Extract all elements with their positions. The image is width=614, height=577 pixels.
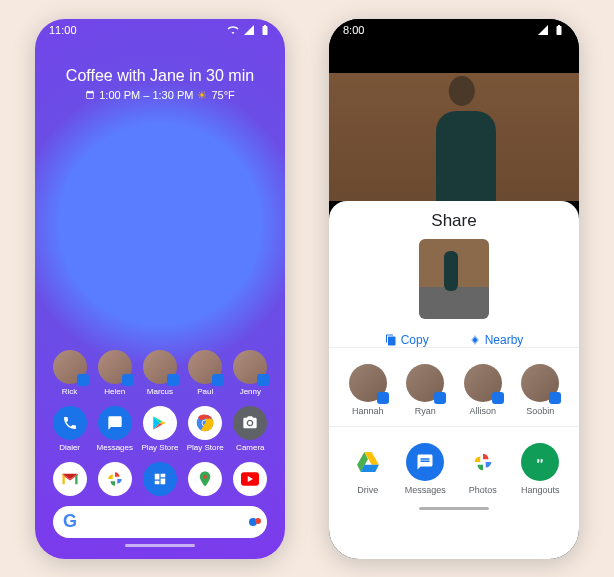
share-app-messages[interactable]: Messages <box>398 443 452 495</box>
status-time: 11:00 <box>49 24 77 36</box>
messages-badge-icon <box>549 392 561 404</box>
weather-icon: ☀ <box>197 89 207 102</box>
nav-handle[interactable] <box>125 544 195 547</box>
contact-helen[interactable]: Helen <box>94 350 136 396</box>
status-icons <box>537 24 565 36</box>
nav-handle[interactable] <box>419 507 489 510</box>
share-sheet: Share Copy Nearby Hannah Ryan Allison So… <box>329 201 579 559</box>
at-a-glance-widget[interactable]: Coffee with Jane in 30 min 1:00 PM – 1:3… <box>35 67 285 102</box>
photos-app[interactable] <box>94 462 136 496</box>
apps-row-1: Dialer Messages Play Store Play Store Ca… <box>47 406 273 452</box>
messages-icon <box>107 415 123 431</box>
maps-icon <box>196 470 214 488</box>
copy-button[interactable]: Copy <box>385 333 429 347</box>
messages-badge-icon <box>434 392 446 404</box>
event-subtitle: 1:00 PM – 1:30 PM ☀ 75°F <box>35 89 285 102</box>
google-logo-icon: G <box>63 511 77 532</box>
messages-badge-icon <box>122 374 134 386</box>
phone-icon <box>62 415 78 431</box>
status-time: 8:00 <box>343 24 364 36</box>
calendar-icon <box>85 90 95 100</box>
share-contact-hannah[interactable]: Hannah <box>341 364 395 416</box>
contact-rick[interactable]: Rick <box>49 350 91 396</box>
assistant-icon[interactable] <box>249 518 257 526</box>
dialer-app[interactable]: Dialer <box>49 406 91 452</box>
gmail-icon <box>61 472 79 486</box>
phone-share-screen: 8:00 Share Copy Nearby Hannah Ryan Allis… <box>329 19 579 559</box>
docs-icon <box>153 472 167 486</box>
contact-marcus[interactable]: Marcus <box>139 350 181 396</box>
photos-icon <box>106 470 124 488</box>
messages-icon <box>416 453 434 471</box>
wifi-icon <box>227 24 239 36</box>
messages-badge-icon <box>492 392 504 404</box>
messages-badge-icon <box>377 392 389 404</box>
nearby-icon <box>469 334 481 346</box>
share-contact-ryan[interactable]: Ryan <box>398 364 452 416</box>
signal-icon <box>537 24 549 36</box>
messages-badge-icon <box>167 374 179 386</box>
copy-icon <box>385 334 397 346</box>
phone-home-screen: 11:00 Coffee with Jane in 30 min 1:00 PM… <box>35 19 285 559</box>
status-icons <box>227 24 271 36</box>
svg-point-4 <box>203 474 207 478</box>
svg-point-3 <box>248 421 252 425</box>
chrome-icon <box>195 413 215 433</box>
gmail-app[interactable] <box>49 462 91 496</box>
share-contact-soobin[interactable]: Soobin <box>513 364 567 416</box>
hangouts-icon <box>532 454 548 470</box>
maps-app[interactable] <box>184 462 226 496</box>
photos-icon <box>472 451 494 473</box>
home-grid: Rick Helen Marcus Paul Jenny Dialer Mess… <box>35 350 285 559</box>
battery-icon <box>259 24 271 36</box>
share-app-drive[interactable]: Drive <box>341 443 395 495</box>
camera-icon <box>242 415 258 431</box>
camera-app[interactable]: Camera <box>229 406 271 452</box>
nearby-button[interactable]: Nearby <box>469 333 524 347</box>
signal-icon <box>243 24 255 36</box>
search-bar[interactable]: G <box>53 506 267 538</box>
messages-badge-icon <box>77 374 89 386</box>
share-actions: Copy Nearby <box>385 333 524 347</box>
drive-icon <box>357 452 379 472</box>
share-thumbnail[interactable] <box>419 239 489 319</box>
docs-app[interactable] <box>139 462 181 496</box>
contact-paul[interactable]: Paul <box>184 350 226 396</box>
play-store-app[interactable]: Play Store <box>139 406 181 452</box>
youtube-app[interactable] <box>229 462 271 496</box>
share-app-photos[interactable]: Photos <box>456 443 510 495</box>
status-bar: 8:00 <box>329 19 579 41</box>
share-apps-row: Drive Messages Photos Hangouts <box>329 426 579 505</box>
status-bar: 11:00 <box>35 19 285 41</box>
messages-badge-icon <box>212 374 224 386</box>
content-preview <box>329 41 579 201</box>
person-photo <box>449 76 475 106</box>
messages-app[interactable]: Messages <box>94 406 136 452</box>
contact-jenny[interactable]: Jenny <box>229 350 271 396</box>
messages-badge-icon <box>257 374 269 386</box>
apps-row-2 <box>47 462 273 496</box>
contacts-row: Rick Helen Marcus Paul Jenny <box>47 350 273 396</box>
event-title: Coffee with Jane in 30 min <box>35 67 285 85</box>
battery-icon <box>553 24 565 36</box>
share-app-hangouts[interactable]: Hangouts <box>513 443 567 495</box>
youtube-icon <box>241 472 259 486</box>
play-store-icon <box>151 414 169 432</box>
share-contacts-row: Hannah Ryan Allison Soobin <box>329 347 579 426</box>
share-title: Share <box>431 211 476 231</box>
share-contact-allison[interactable]: Allison <box>456 364 510 416</box>
chrome-app[interactable]: Play Store <box>184 406 226 452</box>
